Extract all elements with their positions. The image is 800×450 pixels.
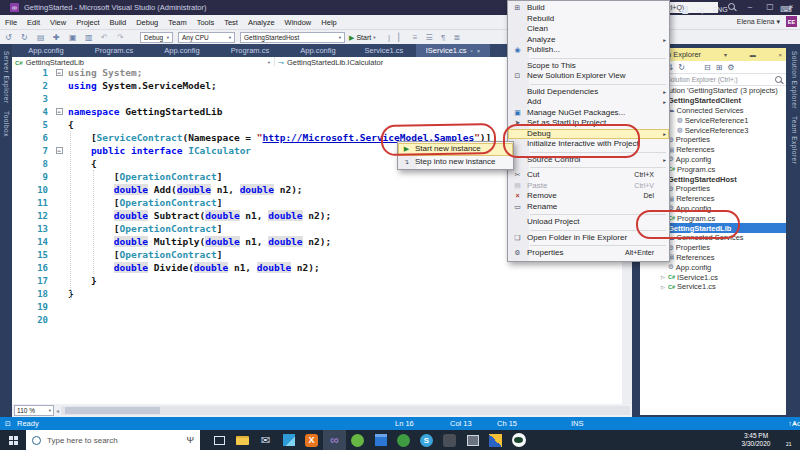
green-app-icon[interactable] xyxy=(392,430,415,450)
context-menu-item[interactable]: ▤PasteCtrl+V xyxy=(508,181,669,192)
skype-icon[interactable]: S xyxy=(415,430,438,450)
startup-project-dropdown[interactable]: GettingStartedHost▾ xyxy=(240,32,345,43)
collapse-icon[interactable]: − xyxy=(56,147,63,154)
nav-back-icon[interactable]: ↺ xyxy=(5,31,12,44)
submenu-item[interactable]: ▶Start new instance xyxy=(398,143,513,156)
tree-item[interactable]: ▷C#IService1.cs xyxy=(640,272,786,282)
context-menu-item[interactable]: Add▸ xyxy=(508,97,669,108)
colorful-app-icon[interactable] xyxy=(484,430,507,450)
context-menu-item[interactable]: ✂CutCtrl+X xyxy=(508,170,669,181)
restore-button[interactable]: ▢ xyxy=(762,0,778,14)
properties-icon[interactable]: ⚙ xyxy=(727,63,734,72)
task-view-icon[interactable] xyxy=(208,430,231,450)
scroll-left-icon[interactable]: ◂ xyxy=(56,407,59,414)
taskbar-search-input[interactable]: Type here to search Ψ xyxy=(26,430,200,450)
context-menu-item[interactable]: Analyze▸ xyxy=(508,35,669,46)
document-tab[interactable]: App.config xyxy=(148,44,216,57)
account-name[interactable]: Elena Elena ▾ xyxy=(737,15,780,29)
menu-window[interactable]: Window xyxy=(285,18,312,27)
solution-platform-dropdown[interactable]: Any CPU▾ xyxy=(178,32,235,43)
document-tab[interactable]: App.config xyxy=(12,44,80,57)
document-tab[interactable]: Program.cs xyxy=(216,44,284,57)
volume-icon[interactable]: ◁) xyxy=(693,0,707,20)
context-menu-item[interactable]: ❏Open Folder in File Explorer xyxy=(508,233,669,244)
context-menu-item[interactable]: ⊡New Solution Explorer View xyxy=(508,71,669,82)
nav-forward-icon[interactable]: ↻ xyxy=(21,31,28,44)
server-explorer-tab[interactable]: Server Explorer xyxy=(3,51,10,104)
menu-build[interactable]: Build xyxy=(110,18,127,27)
xampp-icon[interactable]: X xyxy=(300,430,323,450)
context-menu-item[interactable]: Clean xyxy=(508,24,669,35)
save-icon[interactable]: ▣ xyxy=(69,31,77,44)
context-menu-item[interactable]: Initialize Interactive with Project xyxy=(508,139,669,150)
menu-edit[interactable]: Edit xyxy=(27,18,40,27)
context-menu-item[interactable]: ⚙PropertiesAlt+Enter xyxy=(508,248,669,259)
context-menu-item[interactable]: ×RemoveDel xyxy=(508,191,669,202)
mail-icon[interactable]: ✉ xyxy=(254,430,277,450)
context-menu-item[interactable]: ➤Set as StartUp Project xyxy=(508,118,669,129)
close-icon[interactable]: × xyxy=(773,52,782,58)
collapse-all-icon[interactable]: ⊟ xyxy=(704,63,711,72)
collapse-icon[interactable]: − xyxy=(56,69,63,76)
scrollbar-thumb[interactable] xyxy=(65,407,160,414)
context-menu-item[interactable]: Source Control▸ xyxy=(508,155,669,166)
submenu-item[interactable]: ↴Step into new instance xyxy=(398,156,513,169)
context-menu-item[interactable]: Unload Project xyxy=(508,217,669,228)
network-icon[interactable]: ▟ xyxy=(678,0,692,20)
tree-item[interactable]: ▷C#Service1.cs xyxy=(640,282,786,292)
save-all-icon[interactable]: ▥ xyxy=(85,31,93,44)
menu-debug[interactable]: Debug xyxy=(136,18,158,27)
document-tab[interactable]: App.config xyxy=(284,44,352,57)
context-menu-item[interactable]: ▣Manage NuGet Packages... xyxy=(508,108,669,119)
pin-icon[interactable]: ▬ xyxy=(745,52,756,58)
visual-studio-icon[interactable]: ∞ xyxy=(323,430,346,450)
context-menu-item[interactable]: Build Dependencies▸ xyxy=(508,87,669,98)
zoom-dropdown[interactable]: 110 %▾ xyxy=(14,405,54,416)
menu-analyze[interactable]: Analyze xyxy=(248,18,275,27)
menu-tools[interactable]: Tools xyxy=(197,18,215,27)
start-button[interactable] xyxy=(0,430,26,450)
context-menu-item[interactable]: ▭Rename xyxy=(508,202,669,213)
start-debugging-button[interactable]: ▶Start▾ xyxy=(349,32,375,43)
menu-view[interactable]: View xyxy=(50,18,66,27)
clock[interactable]: 3:45 PM 3/30/2020 xyxy=(736,432,776,448)
context-menu-item[interactable]: ⊞Build xyxy=(508,3,669,14)
context-menu-item[interactable]: ◉Publish... xyxy=(508,45,669,56)
add-item-icon[interactable]: ✚ xyxy=(53,31,60,44)
chevron-down-icon[interactable]: ▾ xyxy=(719,51,727,58)
horizontal-scrollbar[interactable] xyxy=(61,406,630,415)
photos-icon[interactable] xyxy=(277,430,300,450)
context-menu-item[interactable]: Debug▸ xyxy=(508,129,669,140)
new-project-icon[interactable]: ▤ xyxy=(37,31,45,44)
window-app-icon[interactable] xyxy=(461,430,484,450)
redo-icon[interactable]: ↷ xyxy=(117,31,124,44)
menu-help[interactable]: Help xyxy=(321,18,336,27)
spring-tool-icon[interactable] xyxy=(346,430,369,450)
keyboard-icon[interactable]: ⌨ xyxy=(778,0,794,20)
language-indicator[interactable]: ENG xyxy=(710,0,730,20)
solution-configuration-dropdown[interactable]: Debug▾ xyxy=(140,32,173,43)
pin-icon[interactable]: ▫ xyxy=(471,48,473,54)
document-tab[interactable]: Service1.cs xyxy=(352,44,416,57)
menu-file[interactable]: File xyxy=(5,18,17,27)
editor-toolbar-icons[interactable]: | ▏ ≡ ☰ ¶ ≣ xyxy=(388,31,463,44)
calendar-icon[interactable] xyxy=(369,430,392,450)
undo-icon[interactable]: ↶ xyxy=(101,31,108,44)
menu-project[interactable]: Project xyxy=(76,18,99,27)
dark-app-icon[interactable] xyxy=(438,430,461,450)
collapse-icon[interactable]: − xyxy=(56,108,63,115)
show-all-files-icon[interactable]: ⊞ xyxy=(716,63,723,72)
toolbox-tab[interactable]: Toolbox xyxy=(3,111,10,137)
context-menu-item[interactable]: Scope to This xyxy=(508,61,669,72)
document-tab[interactable]: Program.cs xyxy=(80,44,148,57)
refresh-icon[interactable]: ↻ xyxy=(678,63,685,72)
document-tab[interactable]: IService1.cs▫× xyxy=(416,44,490,57)
eclipse-icon[interactable] xyxy=(507,430,530,450)
file-explorer-icon[interactable] xyxy=(231,430,254,450)
microphone-icon[interactable]: Ψ xyxy=(186,435,194,445)
menu-test[interactable]: Test xyxy=(224,18,238,27)
close-icon[interactable]: × xyxy=(477,48,481,54)
team-explorer-tab[interactable]: Team Explorer xyxy=(791,116,798,164)
context-menu-item[interactable]: Rebuild xyxy=(508,14,669,25)
add-to-source-control-button[interactable]: ↑ Add to Source Control ▲ xyxy=(788,417,792,430)
